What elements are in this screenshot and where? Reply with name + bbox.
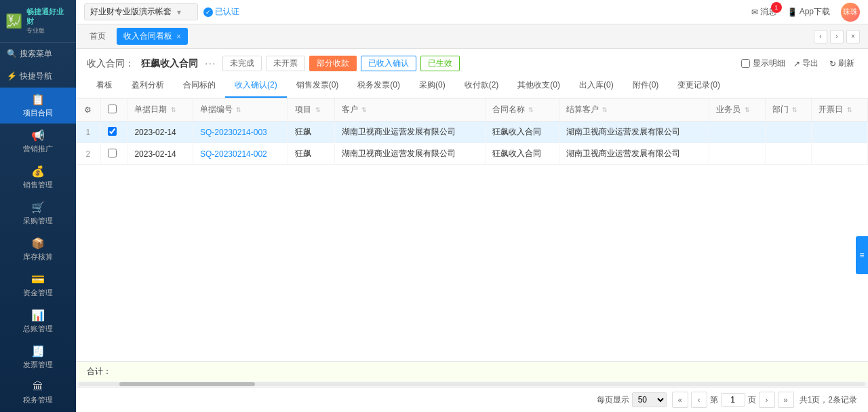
detail-checkbox-input[interactable] [741,59,750,68]
row-checkbox[interactable] [108,149,117,157]
company-name: 好业财专业版演示帐套 [90,6,172,18]
tab-income-contract[interactable]: 收入合同看板 × [117,28,188,45]
row-department [765,143,811,165]
last-page-button[interactable]: » [778,392,794,408]
page-size-selector[interactable]: 每页显示 10 20 50 100 [597,392,667,407]
subtab-attachments[interactable]: 附件(0) [623,74,669,98]
tab-next-button[interactable]: › [830,30,844,43]
per-page-select[interactable]: 10 20 50 100 [632,392,667,407]
contract-name-column-header[interactable]: 合同名称 ⇅ [485,98,559,121]
horizontal-scrollbar[interactable] [76,381,868,387]
page-number-input[interactable] [721,393,745,407]
status-partcollect[interactable]: 部分收款 [309,56,357,71]
subtab-warehouse[interactable]: 出入库(0) [570,74,623,98]
close-icon[interactable]: × [176,32,181,41]
subtab-kanban[interactable]: 看板 [87,74,122,98]
right-panel-toggle[interactable]: ≡ [856,236,868,274]
sidebar-item-tax[interactable]: 🏛 税务管理 [0,375,76,411]
next-page-button[interactable]: › [759,392,775,408]
pagination: 每页显示 10 20 50 100 « ‹ 第 页 › » [76,387,868,412]
checkbox-column-header[interactable] [100,98,127,121]
sidebar-item-fund[interactable]: 💳 资金管理 [0,267,76,303]
sidebar-item-sales[interactable]: 💰 销售管理 [0,160,76,195]
sidebar-item-inventory[interactable]: 📦 库存核算 [0,231,76,267]
company-selector[interactable]: 好业财专业版演示帐套 [84,3,198,20]
row-number: SQ-20230214-003 [193,121,288,143]
tab-close-button[interactable]: × [846,30,860,43]
row-checkbox[interactable] [108,127,117,136]
project-column-header[interactable]: 项目 ⇅ [288,98,334,121]
department-column-header[interactable]: 部门 ⇅ [765,98,811,121]
project-icon: 📋 [31,93,45,106]
show-detail-label: 显示明细 [753,58,785,69]
app-download-button[interactable]: 📱 App下载 [787,6,830,18]
status-active[interactable]: 已生效 [420,56,460,71]
prev-page-button[interactable]: ‹ [691,392,707,408]
row-num: 1 [76,121,100,143]
sidebar-item-general[interactable]: 📊 总账管理 [0,303,76,339]
sidebar-item-label: 库存核算 [23,252,53,262]
subtab-other-income[interactable]: 其他收支(0) [508,74,570,98]
subtab-standards[interactable]: 合同标的 [174,74,225,98]
settle-customer-column-header[interactable]: 结算客户 ⇅ [559,98,709,121]
sidebar-item-purchase[interactable]: 🛒 采购管理 [0,195,76,231]
per-page-label: 每页显示 [597,394,629,406]
scrollbar-track[interactable] [79,382,865,386]
sidebar-item-marketing[interactable]: 📢 营销推广 [0,124,76,160]
number-link[interactable]: SQ-20230214-003 [200,128,267,137]
subtab-profit[interactable]: 盈利分析 [122,74,174,98]
salesperson-column-header[interactable]: 业务员 ⇅ [709,98,766,121]
row-number: SQ-20230214-002 [193,143,288,165]
sidebar-quicknav-label: 快捷导航 [20,71,52,82]
sidebar: 💹 畅捷通好业财 专业版 🔍 搜索菜单 ⚡ 快捷导航 📋 项目合同 📢 营销推广… [0,0,76,412]
subtab-tax-invoice[interactable]: 税务发票(0) [348,74,410,98]
status-noinvoice[interactable]: 未开票 [266,56,305,71]
tab-prev-button[interactable]: ‹ [814,30,827,43]
sidebar-item-label: 营销推广 [23,144,53,154]
show-detail-checkbox[interactable]: 显示明细 [741,58,785,69]
first-page-button[interactable]: « [672,392,688,408]
inventory-icon: 📦 [31,237,45,250]
row-settle-customer: 湖南卫视商业运营发展有限公司 [559,143,709,165]
sidebar-search[interactable]: 🔍 搜索菜单 [0,43,76,65]
status-incomplete[interactable]: 未完成 [222,56,262,71]
table-scroll-area[interactable]: ⚙ 单据日期 ⇅ 单据编号 ⇅ 项目 ⇅ 客户 ⇅ 合同名称 ⇅ 结算客户 ⇅ … [76,98,868,361]
select-all-checkbox[interactable] [108,105,117,113]
date-column-header[interactable]: 单据日期 ⇅ [127,98,193,121]
sidebar-item-label: 总账管理 [23,324,53,334]
subtab-purchase[interactable]: 采购(0) [410,74,455,98]
customer-column-header[interactable]: 客户 ⇅ [334,98,485,121]
total-pages-info: 共1页，2条记录 [800,394,857,406]
export-button[interactable]: ↗ 导出 [791,56,821,71]
sidebar-item-project[interactable]: 📋 项目合同 [0,88,76,124]
status-confirmed[interactable]: 已收入确认 [361,56,416,71]
general-icon: 📊 [31,309,45,322]
table-header-row: ⚙ 单据日期 ⇅ 单据编号 ⇅ 项目 ⇅ 客户 ⇅ 合同名称 ⇅ 结算客户 ⇅ … [76,98,868,121]
customer-sort-icon: ⇅ [361,107,367,113]
purchase-icon: 🛒 [31,201,45,214]
row-checkbox-cell[interactable] [100,121,127,143]
avatar[interactable]: 珠珠 [841,3,860,22]
subtab-payment[interactable]: 收付款(2) [455,74,509,98]
subtab-change-log[interactable]: 变更记录(0) [668,74,730,98]
subtab-income-confirm[interactable]: 收入确认(2) [225,74,287,98]
subtab-sales-invoice[interactable]: 销售发票(0) [287,74,349,98]
search-icon: 🔍 [7,49,17,58]
table-row[interactable]: 2 2023-02-14 SQ-20230214-002 狂飙 湖南卫视商业运营… [76,143,868,165]
startdate-column-header[interactable]: 开票日 ⇅ [812,98,868,121]
row-checkbox-cell[interactable] [100,143,127,165]
scrollbar-thumb[interactable] [119,382,255,386]
number-link[interactable]: SQ-20230214-002 [200,149,267,159]
sidebar-quicknav[interactable]: ⚡ 快捷导航 [0,65,76,88]
settings-column-header[interactable]: ⚙ [76,98,100,121]
tab-home[interactable]: 首页 [84,28,111,45]
more-options-button[interactable]: ··· [205,58,216,70]
refresh-button[interactable]: ↻ 刷新 [827,56,857,71]
row-department [765,121,811,143]
department-sort-icon: ⇅ [792,107,797,113]
table-row[interactable]: 1 2023-02-14 SQ-20230214-003 狂飙 湖南卫视商业运营… [76,121,868,143]
number-column-header[interactable]: 单据编号 ⇅ [193,98,288,121]
sidebar-item-invoice[interactable]: 🧾 发票管理 [0,339,76,375]
messages-button[interactable]: ✉ 消息 1 [751,6,776,18]
export-icon: ↗ [793,59,800,69]
